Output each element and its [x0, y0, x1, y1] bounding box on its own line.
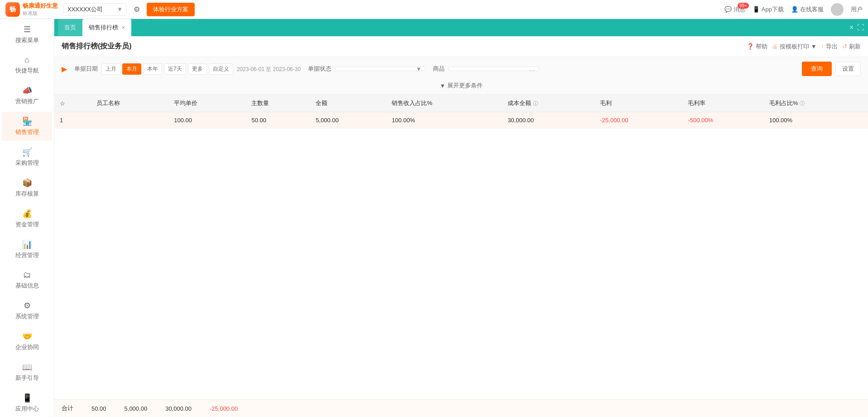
window-expand-button[interactable]: ⛶: [857, 24, 864, 32]
tab-bar-right: × ⛶: [849, 24, 864, 32]
data-table: ☆ 员工名称 平均单价 主数量: [54, 95, 868, 129]
top-right-area: 💬 消息 99+ 📱 App下载 👤 在线客服 用户: [724, 3, 863, 16]
sidebar-item-quick-nav[interactable]: ⌂ 快捷导航: [2, 51, 52, 79]
system-icon: ⚙: [24, 301, 31, 311]
tab-home-label: 首页: [64, 24, 76, 32]
finance-icon: 💰: [22, 209, 32, 219]
sidebar-item-enterprise[interactable]: 🤝 企业协同: [2, 327, 52, 356]
sidebar-item-app-center[interactable]: 📱 应用中心: [2, 388, 52, 417]
sidebar-label-system: 系统管理: [15, 312, 39, 321]
sidebar-label-marketing: 营销推广: [15, 97, 39, 105]
sidebar-label-operations: 经营管理: [15, 251, 39, 259]
date-range-display: 2023-06-01 至 2023-06-30: [237, 66, 301, 73]
cell-gross-rate: -500.00%: [682, 112, 763, 129]
sidebar-item-purchase[interactable]: 🛒 采购管理: [2, 143, 52, 172]
sidebar-label-enterprise: 企业协同: [15, 343, 39, 351]
message-badge: 99+: [738, 3, 749, 9]
table-row: 1 100.00 50.00 5,000.00 100.00% 30,000.0…: [54, 112, 868, 129]
tab-close-icon[interactable]: ×: [122, 24, 125, 31]
trial-button[interactable]: 体验行业方案: [147, 3, 195, 16]
table-footer: 合计 50.00 5,000.00 30,000.00 -25,000.00: [54, 399, 868, 417]
inventory-icon: 📦: [22, 178, 32, 188]
company-selector[interactable]: XXXXXX公司 ▼: [63, 3, 127, 16]
sidebar-item-finance[interactable]: 💰 资金管理: [2, 204, 52, 233]
app-download-button[interactable]: 📱 App下载: [753, 5, 784, 14]
refresh-icon: ↺: [842, 43, 847, 50]
avatar[interactable]: [831, 3, 844, 16]
dropdown-arrow-icon: ▼: [117, 6, 123, 13]
date-buttons: 上月 本月 本年 近7天 更多 自定义: [101, 63, 233, 75]
guide-icon: 📖: [22, 362, 32, 372]
app-center-icon: 📱: [22, 393, 32, 403]
help-button[interactable]: ❓ 帮助: [747, 43, 767, 51]
sidebar-label-search: 搜索菜单: [15, 36, 39, 44]
date-btn-this-year[interactable]: 本年: [143, 63, 162, 75]
date-btn-7days[interactable]: 近7天: [164, 63, 186, 75]
filter-area: ▶ 单据日期 上月 本月 本年 近7天 更多 自定义 2023-06-01 至 …: [54, 57, 868, 95]
table-wrapper: ☆ 员工名称 平均单价 主数量: [54, 95, 868, 399]
gross-pct-info-icon[interactable]: ⓘ: [800, 101, 805, 106]
window-close-button[interactable]: ×: [849, 24, 854, 32]
sidebar: ☰ 搜索菜单 ⌂ 快捷导航 📣 营销推广 🏪 销售管理 🛒 采购管理 📦 库存核…: [0, 19, 54, 417]
cell-cost: 30,000.00: [502, 112, 595, 129]
goods-select[interactable]: …: [448, 67, 539, 71]
cell-gross: -25,000.00: [595, 112, 682, 129]
expand-icon: ▼: [440, 82, 446, 89]
page-actions: ❓ 帮助 🖨 按模板打印 ▼ ↑ 导出 ↺ 刷新: [747, 43, 861, 51]
sidebar-label-quick-nav: 快捷导航: [15, 67, 39, 75]
export-button[interactable]: ↑ 导出: [821, 43, 838, 51]
logo: 畅 畅康通好生意 标准版: [5, 2, 60, 17]
app-title: 畅康通好生意: [23, 2, 58, 10]
message-button[interactable]: 💬 消息 99+: [724, 5, 745, 14]
refresh-button[interactable]: ↺ 刷新: [842, 43, 861, 51]
footer-cost: 30,000.00: [165, 405, 192, 412]
sidebar-label-finance: 资金管理: [15, 220, 39, 229]
sidebar-label-inventory: 库存核算: [15, 190, 39, 198]
tab-bar: 首页 销售排行榜 × × ⛶: [54, 19, 868, 36]
col-amount: 全额: [310, 95, 386, 112]
date-btn-this-month[interactable]: 本月: [122, 63, 141, 75]
sidebar-item-marketing[interactable]: 📣 营销推广: [2, 81, 52, 110]
cost-info-icon[interactable]: ⓘ: [533, 101, 538, 106]
page-container: 销售排行榜(按业务员) ❓ 帮助 🖨 按模板打印 ▼ ↑ 导出: [54, 36, 868, 417]
settings-button[interactable]: ⚙: [130, 3, 143, 16]
footer-qty: 50.00: [91, 405, 106, 412]
print-button[interactable]: 🖨 按模板打印 ▼: [772, 43, 817, 51]
service-icon: 👤: [791, 6, 798, 13]
filter-collapse-button[interactable]: ▶: [62, 65, 67, 73]
filter-settings-button[interactable]: 设置: [835, 62, 861, 76]
content-area: 首页 销售排行榜 × × ⛶ 销售排行榜(按业务员) ❓ 帮助: [54, 19, 868, 417]
date-btn-more[interactable]: 更多: [188, 63, 207, 75]
sidebar-item-search[interactable]: ☰ 搜索菜单: [2, 20, 52, 49]
date-btn-custom[interactable]: 自定义: [209, 63, 233, 75]
sidebar-label-basic-info: 基础信息: [15, 282, 39, 290]
tab-sales-ranking[interactable]: 销售排行榜 ×: [82, 19, 131, 36]
star-icon: ☆: [60, 100, 65, 107]
status-select[interactable]: ▼: [335, 67, 426, 71]
company-name: XXXXXX公司: [67, 5, 103, 14]
online-service-button[interactable]: 👤 在线客服: [791, 5, 824, 14]
print-icon: 🖨: [772, 43, 778, 50]
col-avg-price: 平均单价: [168, 95, 246, 112]
sales-icon: 🏪: [22, 116, 32, 126]
cell-name: [91, 112, 168, 129]
cell-sales-pct: 100.00%: [386, 112, 502, 129]
home-icon: ⌂: [24, 55, 29, 65]
sidebar-item-guide[interactable]: 📖 新手引导: [2, 358, 52, 387]
sidebar-item-basic-info[interactable]: 🗂 基础信息: [2, 266, 52, 294]
expand-label: 展开更多条件: [447, 81, 483, 90]
tab-home[interactable]: 首页: [58, 19, 82, 36]
sidebar-item-operations[interactable]: 📊 经营管理: [2, 235, 52, 264]
date-filter-label: 单据日期: [74, 65, 98, 73]
username: 用户: [851, 5, 863, 14]
cell-amount: 5,000.00: [310, 112, 386, 129]
query-button[interactable]: 查询: [802, 62, 832, 76]
col-name: 员工名称: [91, 95, 168, 112]
footer-label: 合计: [62, 404, 73, 412]
expand-conditions-button[interactable]: ▼ 展开更多条件: [440, 81, 483, 90]
top-bar: 畅 畅康通好生意 标准版 XXXXXX公司 ▼ ⚙ 体验行业方案 💬 消息 99…: [0, 0, 868, 19]
sidebar-item-inventory[interactable]: 📦 库存核算: [2, 173, 52, 202]
date-btn-last-month[interactable]: 上月: [101, 63, 120, 75]
sidebar-item-system[interactable]: ⚙ 系统管理: [2, 296, 52, 325]
sidebar-item-sales[interactable]: 🏪 销售管理: [2, 112, 52, 141]
